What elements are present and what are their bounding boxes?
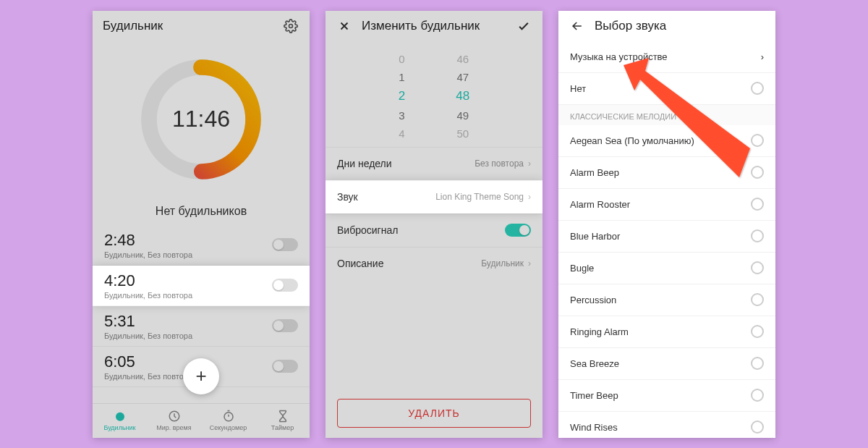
sound-select-screen: Выбор звука Музыка на устройстве › Нет К… bbox=[558, 11, 775, 438]
device-music-row[interactable]: Музыка на устройстве › bbox=[558, 41, 775, 73]
tab-label: Секундомер bbox=[210, 424, 247, 431]
description-row[interactable]: Описание Будильник › bbox=[326, 247, 542, 280]
page-title: Выбор звука bbox=[595, 19, 765, 33]
radio-button[interactable] bbox=[751, 261, 764, 274]
time-picker[interactable]: 0 1 2 3 4 46 47 48 49 50 bbox=[326, 41, 542, 147]
alarm-sub: Будильник, Без повтора bbox=[104, 331, 272, 340]
settings-icon[interactable] bbox=[282, 17, 299, 35]
row-label: Вибросигнал bbox=[337, 224, 505, 236]
tab-label: Будильник bbox=[103, 424, 135, 431]
row-label: Звук bbox=[337, 191, 435, 203]
no-alarms-label: Нет будильников bbox=[93, 205, 310, 218]
radio-button[interactable] bbox=[751, 166, 764, 179]
alarm-list-screen: Будильник 11:46 Нет будильников 2:48 Буд… bbox=[93, 11, 310, 438]
alarm-time: 4:20 bbox=[104, 271, 272, 290]
alarm-time: 2:48 bbox=[104, 231, 272, 250]
tab-timer[interactable]: Таймер bbox=[255, 404, 310, 438]
melody-row[interactable]: Wind Rises bbox=[558, 412, 775, 438]
radio-button[interactable] bbox=[751, 198, 764, 211]
melody-row[interactable]: Percussion bbox=[558, 284, 775, 316]
melody-row[interactable]: Timer Beep bbox=[558, 380, 775, 412]
none-row[interactable]: Нет bbox=[558, 73, 775, 105]
confirm-icon[interactable] bbox=[515, 17, 532, 35]
minute-column[interactable]: 46 47 48 49 50 bbox=[456, 53, 469, 140]
chevron-right-icon: › bbox=[528, 159, 531, 169]
back-icon[interactable] bbox=[569, 17, 586, 35]
row-label: Дни недели bbox=[337, 158, 475, 169]
tab-label: Таймер bbox=[271, 424, 294, 431]
row-value: Без повтора bbox=[475, 159, 524, 169]
tab-stopwatch[interactable]: Секундомер bbox=[201, 404, 255, 438]
row-label: Музыка на устройстве bbox=[570, 51, 761, 62]
alarm-toggle[interactable] bbox=[272, 319, 298, 332]
vibration-row[interactable]: Вибросигнал bbox=[326, 214, 542, 247]
tabbar: Будильник Мир. время Секундомер Таймер bbox=[93, 403, 310, 438]
clock-time: 11:46 bbox=[136, 54, 266, 185]
tab-label: Мир. время bbox=[156, 424, 191, 431]
radio-button[interactable] bbox=[751, 357, 764, 370]
hour-column[interactable]: 0 1 2 3 4 bbox=[399, 53, 405, 140]
radio-button[interactable] bbox=[751, 293, 764, 306]
sound-row[interactable]: Звук Lion King Theme Song › bbox=[326, 180, 542, 214]
edit-alarm-screen: Изменить будильник 0 1 2 3 4 46 47 48 49… bbox=[326, 11, 542, 438]
melody-row[interactable]: Ringing Alarm bbox=[558, 316, 775, 348]
melody-row[interactable]: Blue Harbor bbox=[558, 221, 775, 253]
melody-row[interactable]: Alarm Beep bbox=[558, 157, 775, 189]
tab-worldclock[interactable]: Мир. время bbox=[147, 404, 201, 438]
melody-row[interactable]: Bugle bbox=[558, 253, 775, 284]
radio-button[interactable] bbox=[751, 82, 764, 95]
row-label: Описание bbox=[337, 258, 481, 269]
radio-button[interactable] bbox=[751, 229, 764, 242]
alarm-sub: Будильник, Без повтора bbox=[104, 250, 272, 259]
delete-button[interactable]: УДАЛИТЬ bbox=[337, 399, 531, 428]
chevron-right-icon: › bbox=[528, 192, 531, 202]
settings-list: Дни недели Без повтора › Звук Lion King … bbox=[326, 147, 542, 390]
alarm-toggle[interactable] bbox=[272, 279, 298, 292]
row-label: Нет bbox=[570, 83, 751, 94]
page-title: Будильник bbox=[103, 19, 282, 33]
close-icon[interactable] bbox=[336, 17, 353, 35]
header: Выбор звука bbox=[558, 11, 775, 41]
section-header: КЛАССИЧЕСКИЕ МЕЛОДИИ bbox=[558, 105, 775, 125]
row-value: Lion King Theme Song bbox=[435, 192, 524, 202]
alarm-item[interactable]: 4:20 Будильник, Без повтора bbox=[93, 266, 310, 306]
tab-alarm[interactable]: Будильник bbox=[93, 404, 147, 438]
alarm-item[interactable]: 5:31 Будильник, Без повтора bbox=[93, 306, 310, 347]
alarm-time: 5:31 bbox=[104, 312, 272, 331]
alarm-sub: Будильник, Без повтора bbox=[104, 291, 272, 300]
melody-row[interactable]: Sea Breeze bbox=[558, 348, 775, 380]
radio-button[interactable] bbox=[751, 420, 764, 434]
alarm-toggle[interactable] bbox=[272, 238, 298, 251]
chevron-right-icon: › bbox=[528, 258, 531, 269]
radio-button[interactable] bbox=[751, 389, 764, 402]
header: Изменить будильник bbox=[326, 11, 542, 41]
alarm-item[interactable]: 2:48 Будильник, Без повтора bbox=[93, 225, 310, 266]
page-title: Изменить будильник bbox=[362, 19, 515, 33]
alarm-toggle[interactable] bbox=[272, 360, 298, 373]
row-value: Будильник bbox=[481, 258, 524, 269]
melody-row[interactable]: Aegean Sea (По умолчанию) bbox=[558, 125, 775, 157]
days-row[interactable]: Дни недели Без повтора › bbox=[326, 147, 542, 180]
clock-ring: 11:46 bbox=[136, 54, 266, 185]
radio-button[interactable] bbox=[751, 325, 764, 338]
sound-list: Музыка на устройстве › Нет КЛАССИЧЕСКИЕ … bbox=[558, 41, 775, 438]
svg-point-0 bbox=[289, 24, 293, 28]
radio-button[interactable] bbox=[751, 134, 764, 147]
melody-row[interactable]: Alarm Rooster bbox=[558, 189, 775, 221]
vibration-toggle[interactable] bbox=[505, 224, 531, 237]
add-alarm-button[interactable]: + bbox=[183, 358, 219, 394]
chevron-right-icon: › bbox=[761, 51, 764, 62]
header: Будильник bbox=[93, 11, 310, 41]
